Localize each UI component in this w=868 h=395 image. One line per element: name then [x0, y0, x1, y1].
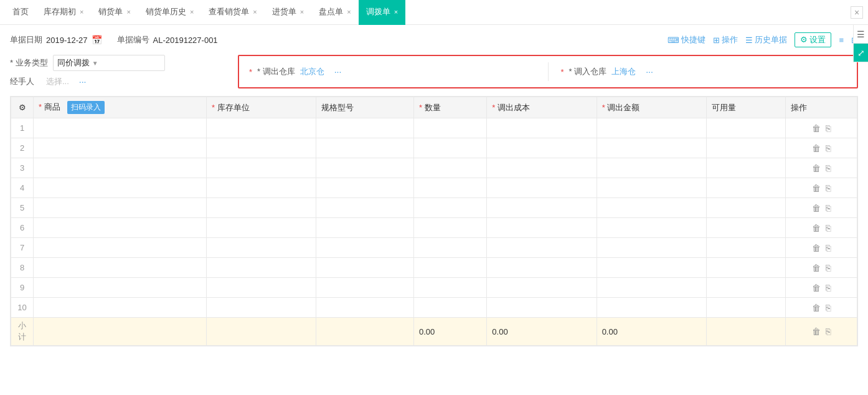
cell-quantity[interactable]	[414, 118, 487, 138]
delete-icon[interactable]: 🗑	[812, 183, 821, 193]
cell-unit[interactable]	[207, 238, 316, 258]
delete-icon[interactable]: 🗑	[812, 243, 821, 253]
cell-amount[interactable]	[597, 158, 706, 178]
cell-cost[interactable]: 0.00	[487, 318, 597, 346]
history-action[interactable]: ☰ 历史单据	[745, 34, 787, 45]
th-settings[interactable]: ⚙	[11, 97, 34, 118]
delete-icon[interactable]: 🗑	[812, 326, 821, 336]
copy-icon[interactable]: ⎘	[826, 183, 831, 193]
cell-spec[interactable]	[316, 218, 414, 238]
cell-amount[interactable]	[597, 238, 706, 258]
cell-available[interactable]	[706, 318, 785, 346]
copy-icon[interactable]: ⎘	[826, 326, 831, 336]
delete-icon[interactable]: 🗑	[812, 143, 821, 153]
cell-cost[interactable]	[487, 138, 597, 158]
cell-cost[interactable]	[487, 178, 597, 198]
cell-quantity[interactable]	[414, 218, 487, 238]
cell-unit[interactable]	[207, 218, 316, 238]
transfer-out-value[interactable]: 北京仓	[300, 66, 324, 77]
cell-amount[interactable]: 0.00	[597, 318, 706, 346]
cell-available[interactable]	[706, 158, 785, 178]
cell-available[interactable]	[706, 178, 785, 198]
cell-spec[interactable]	[316, 178, 414, 198]
cell-amount[interactable]	[597, 198, 706, 218]
cell-available[interactable]	[706, 218, 785, 238]
tab-view-sales[interactable]: 查看销货单 ×	[201, 0, 264, 25]
tab-home[interactable]: 首页	[5, 0, 36, 25]
cell-product[interactable]	[34, 298, 207, 318]
cell-product[interactable]	[34, 258, 207, 278]
sidebar-expand-icon[interactable]: ⤢	[854, 44, 869, 62]
cell-cost[interactable]	[487, 198, 597, 218]
business-type-select[interactable]: 同价调拨 ▼	[53, 55, 165, 71]
copy-icon[interactable]: ⎘	[826, 223, 831, 233]
calendar-icon[interactable]: 📅	[92, 35, 102, 45]
cell-product[interactable]	[34, 118, 207, 138]
cell-amount[interactable]	[597, 118, 706, 138]
cell-cost[interactable]	[487, 238, 597, 258]
tab-sales-history-close[interactable]: ×	[190, 8, 194, 16]
scan-button[interactable]: 扫码录入	[67, 101, 105, 114]
cell-amount[interactable]	[597, 258, 706, 278]
copy-icon[interactable]: ⎘	[826, 263, 831, 273]
delete-icon[interactable]: 🗑	[812, 283, 821, 293]
layout-icon-1[interactable]: ≡	[839, 36, 844, 45]
tab-inventory-init[interactable]: 库存期初 ×	[36, 0, 91, 25]
cell-product[interactable]	[34, 238, 207, 258]
cell-available[interactable]	[706, 198, 785, 218]
tab-inventory-init-close[interactable]: ×	[80, 8, 83, 16]
tab-sales-order-close[interactable]: ×	[126, 8, 130, 16]
cell-spec[interactable]	[316, 158, 414, 178]
cell-amount[interactable]	[597, 298, 706, 318]
cell-product[interactable]	[34, 138, 207, 158]
cell-quantity[interactable]	[414, 258, 487, 278]
cell-amount[interactable]	[597, 218, 706, 238]
cell-cost[interactable]	[487, 278, 597, 298]
cell-unit[interactable]	[207, 318, 316, 346]
delete-icon[interactable]: 🗑	[812, 163, 821, 173]
cell-unit[interactable]	[207, 118, 316, 138]
operator-more-icon[interactable]: ···	[79, 77, 87, 87]
delete-icon[interactable]: 🗑	[812, 303, 821, 313]
cell-quantity[interactable]	[414, 138, 487, 158]
settings-button[interactable]: ⚙ 设置	[795, 32, 832, 47]
cell-spec[interactable]	[316, 198, 414, 218]
transfer-in-more-icon[interactable]: ···	[646, 67, 653, 77]
cell-available[interactable]	[706, 118, 785, 138]
cell-spec[interactable]	[316, 318, 414, 346]
cell-product[interactable]	[34, 158, 207, 178]
tab-purchase-order-close[interactable]: ×	[300, 8, 304, 16]
cell-quantity[interactable]	[414, 158, 487, 178]
delete-icon[interactable]: 🗑	[812, 203, 821, 213]
cell-spec[interactable]	[316, 258, 414, 278]
cell-quantity[interactable]: 0.00	[414, 318, 487, 346]
window-close-button[interactable]: ×	[851, 6, 863, 19]
cell-product[interactable]	[34, 198, 207, 218]
cell-available[interactable]	[706, 298, 785, 318]
tab-purchase-order[interactable]: 进货单 ×	[265, 0, 311, 25]
copy-icon[interactable]: ⎘	[826, 163, 831, 173]
cell-available[interactable]	[706, 238, 785, 258]
cell-quantity[interactable]	[414, 238, 487, 258]
delete-icon[interactable]: 🗑	[812, 123, 821, 133]
cell-product[interactable]	[34, 278, 207, 298]
operations-action[interactable]: ⊞ 操作	[713, 34, 738, 45]
cell-quantity[interactable]	[414, 278, 487, 298]
cell-product[interactable]	[34, 178, 207, 198]
delete-icon[interactable]: 🗑	[812, 263, 821, 273]
table-settings-icon[interactable]: ⚙	[19, 103, 26, 112]
cell-product[interactable]	[34, 218, 207, 238]
cell-cost[interactable]	[487, 218, 597, 238]
cell-unit[interactable]	[207, 178, 316, 198]
cell-cost[interactable]	[487, 298, 597, 318]
cell-cost[interactable]	[487, 258, 597, 278]
copy-icon[interactable]: ⎘	[826, 123, 831, 133]
cell-product[interactable]	[34, 318, 207, 346]
shortcut-action[interactable]: ⌨ 快捷键	[668, 34, 705, 45]
operator-input[interactable]: 选择...	[46, 76, 69, 87]
cell-cost[interactable]	[487, 118, 597, 138]
cell-spec[interactable]	[316, 138, 414, 158]
cell-unit[interactable]	[207, 138, 316, 158]
delete-icon[interactable]: 🗑	[812, 223, 821, 233]
cell-quantity[interactable]	[414, 298, 487, 318]
